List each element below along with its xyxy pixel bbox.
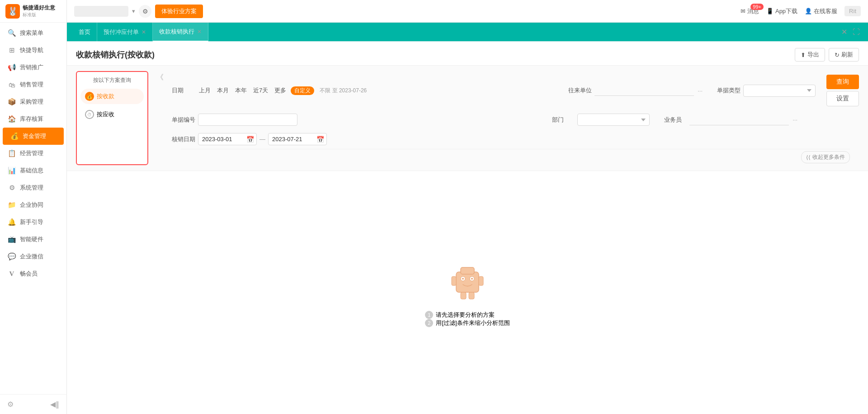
sidebar-item-basics[interactable]: 📊 基础信息: [0, 162, 66, 179]
collapse-more-button[interactable]: ⟨⟨ 收起更多条件: [801, 151, 850, 163]
topbar-company: [74, 6, 128, 17]
empty-tip-2: 2 用[过滤]条件来缩小分析范围: [425, 319, 509, 327]
collapse-sidebar-icon[interactable]: ◀‖: [50, 400, 59, 409]
topbar: ▾ ⚙ 体验行业方案 ✉ 消息 99+ 📱 App下载 👤 在线客服 Rit: [67, 0, 868, 23]
sidebar-item-label: 经营管理: [20, 149, 43, 157]
purchase-icon: 📦: [7, 98, 16, 106]
staff-input[interactable]: [689, 114, 789, 125]
settings-icon[interactable]: ⚙: [7, 400, 14, 409]
filter-row-1: 日期 上月 本月 本年 近7天 更多 自定义 不限 至 2023-07-26: [172, 71, 859, 110]
export-button[interactable]: ⬆ 导出: [795, 48, 825, 62]
date-custom-badge[interactable]: 自定义: [291, 86, 314, 95]
user-avatar[interactable]: Rit: [844, 6, 861, 16]
empty-tip-1: 1 请先选择要分析的方案: [425, 311, 509, 319]
online-service-button[interactable]: 👤 在线客服: [805, 7, 837, 15]
tab-prepay-label: 预付冲应付单: [104, 28, 139, 36]
page-header-actions: ⬆ 导出 ↻ 刷新: [795, 48, 859, 62]
doc-type-label: 单据类型: [717, 86, 741, 95]
receivable-dot: ⏱: [85, 110, 94, 119]
grid-icon: ⊞: [7, 46, 16, 54]
sidebar-item-purchase[interactable]: 📦 采购管理: [0, 93, 66, 110]
sidebar-item-label: 畅会员: [20, 270, 38, 278]
calendar-end-icon[interactable]: 📅: [316, 136, 324, 143]
message-button[interactable]: ✉ 消息 99+: [741, 7, 759, 15]
staff-ellipsis-icon[interactable]: ···: [793, 116, 797, 123]
sidebar-bottom: ⚙ ◀‖: [0, 394, 66, 414]
topbar-gear-button[interactable]: ⚙: [139, 5, 151, 18]
svg-rect-7: [479, 276, 483, 286]
message-icon: ✉: [741, 8, 745, 14]
inventory-icon: 🏠: [7, 115, 16, 123]
doc-no-input[interactable]: [198, 114, 297, 126]
sidebar-item-label: 快捷导航: [20, 46, 43, 54]
tip-text-1: 请先选择要分析的方案: [436, 311, 495, 319]
dept-label: 部门: [552, 116, 575, 124]
tab-prepay[interactable]: 预付冲应付单 ✕: [97, 23, 153, 42]
query-option-by-receipt[interactable]: 💰 按收款: [80, 89, 144, 104]
solution-button[interactable]: 体验行业方案: [155, 5, 203, 18]
query-panel: 按以下方案查询 💰 按收款 ⏱ 按应收: [76, 71, 148, 165]
doc-no-label: 单据编号: [172, 116, 195, 124]
query-button[interactable]: 查询: [826, 75, 859, 89]
svg-rect-9: [469, 292, 474, 299]
svg-rect-6: [452, 276, 456, 286]
counterpart-input[interactable]: [594, 85, 694, 96]
message-badge: 99+: [750, 4, 764, 10]
sidebar-item-wechat[interactable]: 💬 企业微信: [0, 248, 66, 265]
sidebar-item-member[interactable]: V 畅会员: [0, 265, 66, 282]
app-download-button[interactable]: 📱 App下载: [766, 7, 797, 15]
basics-icon: 📊: [7, 167, 16, 175]
filter-form-container: 日期 上月 本月 本年 近7天 更多 自定义 不限 至 2023-07-26: [172, 71, 859, 165]
expand-tab-button[interactable]: ⛶: [850, 28, 863, 36]
svg-point-4: [462, 278, 464, 280]
settings-button[interactable]: 设置: [826, 91, 859, 106]
enterprise-icon: 📁: [7, 201, 16, 209]
counterpart-field: 往来单位 ···: [568, 85, 703, 96]
main-area: ▾ ⚙ 体验行业方案 ✉ 消息 99+ 📱 App下载 👤 在线客服 Rit: [67, 0, 868, 414]
sidebar-item-search[interactable]: 🔍 搜索菜单: [0, 24, 66, 42]
collapse-query-panel[interactable]: 《: [154, 72, 166, 83]
gear-icon: ⚙: [142, 8, 148, 15]
doc-type-select[interactable]: [743, 85, 816, 97]
sidebar-item-system[interactable]: ⚙ 系统管理: [0, 179, 66, 196]
date-this-year[interactable]: 本年: [233, 86, 249, 95]
date-7days[interactable]: 近7天: [251, 86, 270, 95]
sidebar-item-inventory[interactable]: 🏠 库存核算: [0, 110, 66, 128]
counterpart-label: 往来单位: [568, 86, 592, 95]
sidebar-nav: 🔍 搜索菜单 ⊞ 快捷导航 📢 营销推广 🛍 销售管理 📦 采购管理 🏠 库存核…: [0, 23, 66, 394]
sidebar-item-enterprise[interactable]: 📁 企业协同: [0, 196, 66, 214]
action-buttons: 查询 设置: [826, 75, 859, 106]
logo-text: 畅捷通好生意 标准版: [23, 5, 55, 18]
sidebar-item-marketing[interactable]: 📢 营销推广: [0, 59, 66, 76]
topbar-left: ▾ ⚙ 体验行业方案: [74, 5, 203, 18]
sidebar-item-sales[interactable]: 🛍 销售管理: [0, 76, 66, 93]
sidebar-item-guide[interactable]: 🔔 新手引导: [0, 214, 66, 231]
dept-select[interactable]: [577, 114, 650, 126]
sidebar-item-quicknav[interactable]: ⊞ 快捷导航: [0, 42, 66, 59]
date-last-month[interactable]: 上月: [197, 86, 212, 95]
calendar-start-icon[interactable]: 📅: [246, 136, 254, 143]
tab-home[interactable]: 首页: [72, 23, 97, 42]
sidebar-item-hardware[interactable]: 📺 智能硬件: [0, 231, 66, 248]
tab-prepay-close[interactable]: ✕: [142, 29, 146, 35]
refresh-icon: ↻: [835, 52, 840, 58]
query-receipt-label: 按收款: [97, 92, 114, 100]
service-icon: 👤: [805, 8, 812, 14]
refresh-button[interactable]: ↻ 刷新: [829, 48, 859, 62]
sidebar-item-funds[interactable]: 💰 资金管理: [3, 128, 64, 145]
tab-receipt-verify[interactable]: 收款核销执行 ✕: [153, 23, 208, 42]
topbar-dropdown-icon[interactable]: ▾: [132, 8, 135, 14]
close-tab-button[interactable]: ✕: [839, 28, 850, 36]
sidebar-item-operations[interactable]: 📋 经营管理: [0, 145, 66, 162]
query-option-by-receivable[interactable]: ⏱ 按应收: [80, 107, 144, 122]
sidebar-item-label: 企业协同: [20, 201, 43, 209]
counterpart-ellipsis-icon[interactable]: ···: [698, 87, 703, 94]
sidebar-item-label: 库存核算: [20, 115, 43, 123]
search-icon: 🔍: [7, 29, 16, 37]
sidebar-logo: 🐰 畅捷通好生意 标准版: [0, 0, 66, 23]
verify-date-end-wrap: 📅: [268, 133, 327, 145]
date-this-month[interactable]: 本月: [215, 86, 231, 95]
date-more[interactable]: 更多: [273, 86, 288, 95]
member-icon: V: [7, 270, 16, 278]
tab-receipt-close[interactable]: ✕: [197, 29, 202, 35]
